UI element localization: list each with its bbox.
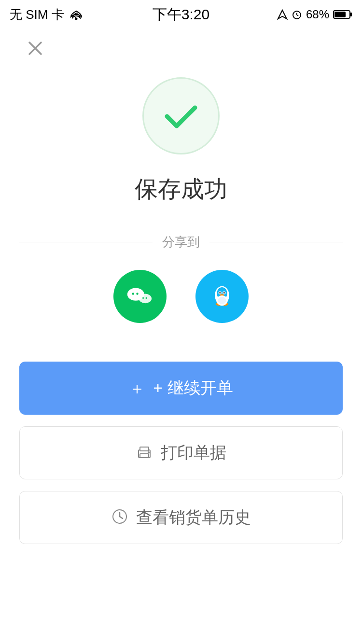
no-sim-label: 无 SIM 卡	[10, 6, 64, 23]
main-content: 保存成功 分享到	[0, 29, 362, 544]
print-button[interactable]: 打印单据	[19, 426, 343, 479]
svg-point-0	[75, 18, 77, 20]
actions: ＋ + 继续开单 打印单据	[0, 362, 362, 544]
svg-marker-1	[278, 10, 287, 19]
svg-rect-28	[140, 447, 149, 451]
svg-point-12	[132, 293, 134, 294]
qq-share-button[interactable]	[195, 270, 249, 323]
share-label: 分享到	[153, 234, 209, 251]
battery-percent: 68%	[306, 8, 329, 21]
continue-button[interactable]: ＋ + 继续开单	[19, 362, 343, 415]
svg-rect-29	[140, 454, 149, 458]
share-divider: 分享到	[0, 234, 362, 251]
svg-rect-7	[334, 12, 346, 17]
status-time: 下午3:20	[153, 5, 209, 25]
printer-icon	[136, 443, 153, 463]
clock-icon	[111, 508, 128, 528]
alarm-icon	[292, 9, 302, 20]
history-label: 查看销货单历史	[136, 506, 251, 529]
success-title: 保存成功	[135, 174, 227, 205]
status-left: 无 SIM 卡	[10, 6, 84, 23]
svg-point-26	[218, 297, 226, 304]
divider-line-right	[209, 242, 343, 242]
svg-point-21	[223, 292, 225, 294]
status-bar: 无 SIM 卡 下午3:20 68%	[0, 0, 362, 29]
wechat-icon	[123, 280, 157, 313]
wechat-share-button[interactable]	[113, 270, 167, 323]
svg-point-13	[136, 293, 138, 294]
checkmark-icon	[159, 94, 203, 138]
plus-icon: ＋	[129, 380, 145, 396]
svg-point-14	[142, 297, 144, 299]
svg-line-4	[297, 15, 298, 16]
qq-icon	[206, 280, 238, 313]
success-circle	[142, 77, 220, 154]
share-icons	[113, 270, 249, 323]
svg-point-11	[139, 294, 152, 304]
svg-point-20	[219, 292, 221, 294]
battery-icon	[333, 9, 352, 20]
svg-rect-6	[350, 13, 352, 16]
close-button[interactable]	[23, 36, 47, 60]
svg-point-15	[145, 297, 147, 299]
svg-line-33	[120, 517, 123, 518]
status-right: 68%	[277, 8, 352, 21]
print-label: 打印单据	[161, 442, 226, 464]
history-button[interactable]: 查看销货单历史	[19, 491, 343, 544]
wifi-icon	[69, 9, 84, 20]
location-icon	[277, 9, 288, 20]
divider-line-left	[19, 242, 153, 242]
svg-point-30	[148, 451, 150, 453]
continue-label: + 继续开单	[153, 377, 233, 399]
